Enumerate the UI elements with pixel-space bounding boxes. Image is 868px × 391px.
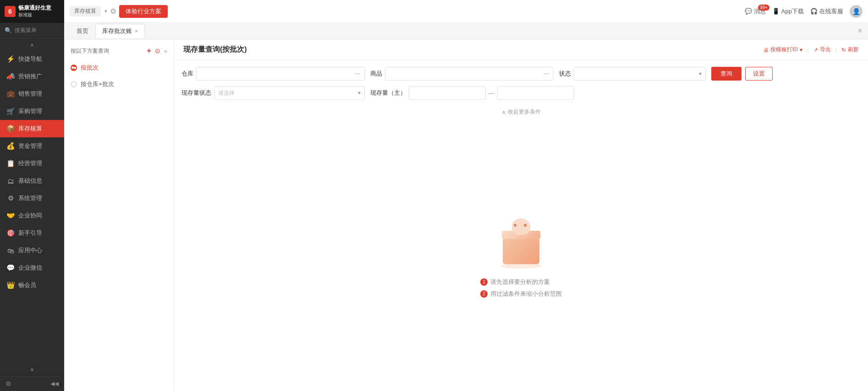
collapse-icon: ∧ xyxy=(502,109,506,115)
trial-btn[interactable]: 体验行业方案 xyxy=(119,5,168,18)
filter-option-batch[interactable]: 按批次 xyxy=(64,60,174,76)
page-title: 现存量查询(按批次) xyxy=(183,45,247,54)
message-group[interactable]: 💬 消息 99+ xyxy=(745,7,766,16)
stock-status-arrow: ▾ xyxy=(358,90,361,96)
warehouse-label: 仓库 xyxy=(181,70,193,78)
warehouse-field: 仓库 ··· xyxy=(181,67,365,81)
filter-option-warehouse-batch[interactable]: 按仓库+批次 xyxy=(64,76,174,92)
status-dropdown-arrow: ▾ xyxy=(699,71,702,77)
sidebar-item-label: 营销推广 xyxy=(18,72,42,81)
sidebar-search-label: 搜索菜单 xyxy=(15,27,37,34)
marketing-icon: 📣 xyxy=(6,72,15,81)
setting-btn[interactable]: 设置 xyxy=(745,67,773,81)
operations-icon: 📋 xyxy=(6,159,15,168)
close-icon: × xyxy=(857,26,863,36)
quick-nav-icon: ⚡ xyxy=(6,55,15,63)
active-tab-label: 库存批次账 xyxy=(102,27,132,35)
filter-collapse-icon[interactable]: « xyxy=(164,48,167,54)
filter-add-icon[interactable]: + xyxy=(147,47,151,55)
print-icon: 🖨 xyxy=(763,47,769,53)
sidebar-item-label: 快捷导航 xyxy=(18,55,42,63)
refresh-btn[interactable]: ↻ 刷新 xyxy=(841,46,859,54)
app-download-group[interactable]: 📱 App下载 xyxy=(772,7,804,16)
product-input[interactable]: ··· xyxy=(385,67,554,81)
collapse-more-btn[interactable]: ∧ 收起更多条件 xyxy=(181,105,861,119)
sidebar-item-wechat[interactable]: 💬 企业微信 xyxy=(0,259,64,277)
tip-text-2: 用过滤条件来缩小分析范围 xyxy=(490,290,562,298)
tab-close-icon[interactable]: × xyxy=(135,28,138,34)
warehouse-text-input[interactable] xyxy=(200,71,353,77)
sidebar-item-label: 系统管理 xyxy=(18,194,42,202)
sidebar-item-finance[interactable]: 💰 资金管理 xyxy=(0,137,64,155)
user-avatar[interactable]: 👤 xyxy=(850,5,863,18)
enterprise-icon: 🤝 xyxy=(6,212,15,220)
sidebar-search-row[interactable]: 🔍 搜索菜单 xyxy=(0,23,64,38)
sidebar-item-label: 基础信息 xyxy=(18,177,42,185)
sidebar-collapse-icon[interactable]: ◀◀ xyxy=(50,380,59,387)
topbar-gear-icon[interactable]: ⚙ xyxy=(110,7,116,16)
tab-home[interactable]: 首页 xyxy=(70,24,95,38)
sidebar-item-operations[interactable]: 📋 经营管理 xyxy=(0,155,64,172)
tabbar: 首页 库存批次账 × × xyxy=(64,23,868,39)
filter-sidebar: 按以下方案查询 + ⊙ « 按批次 按仓库+批次 xyxy=(64,39,174,391)
finance-icon: 💰 xyxy=(6,142,15,150)
print-btn[interactable]: 🖨 按模板打印 ▾ xyxy=(763,46,802,54)
breadcrumb-dropdown-arrow[interactable]: ▾ xyxy=(104,8,107,14)
sidebar-item-sales[interactable]: 💼 销售管理 xyxy=(0,85,64,103)
sidebar-settings-icon[interactable]: ⚙ xyxy=(5,380,11,387)
tab-inventory-batch[interactable]: 库存批次账 × xyxy=(95,24,145,38)
online-service-group[interactable]: 🎧 在线客服 xyxy=(810,7,843,16)
purchase-icon: 🛒 xyxy=(6,107,15,115)
app-title: 畅康通好生意 xyxy=(18,5,51,12)
tab-panel-close-btn[interactable]: × xyxy=(857,26,863,36)
online-service-label: 在线客服 xyxy=(819,7,843,16)
sidebar-item-quick-nav[interactable]: ⚡ 快捷导航 xyxy=(0,50,64,68)
app-download-label: App下载 xyxy=(781,7,804,16)
stock-qty-field: 现存量（主） — xyxy=(370,86,554,100)
filter-settings-icon[interactable]: ⊙ xyxy=(155,47,160,54)
filter-label-warehouse-batch: 按仓库+批次 xyxy=(81,80,114,88)
stock-qty-to[interactable] xyxy=(497,86,574,100)
sidebar-item-purchase[interactable]: 🛒 采购管理 xyxy=(0,103,64,120)
refresh-icon: ↻ xyxy=(841,47,846,53)
warehouse-input[interactable]: ··· xyxy=(196,67,365,81)
inventory-icon: 📦 xyxy=(6,125,15,133)
sidebar-scroll-down[interactable]: ▼ xyxy=(0,364,64,376)
filter-radio-warehouse-batch xyxy=(71,81,77,87)
empty-state: 1 请先选择要分析的方案 2 用过滤条件来缩小分析范围 xyxy=(174,125,868,391)
sidebar-item-label: 企业协同 xyxy=(18,212,42,220)
status-dropdown[interactable]: ▾ xyxy=(574,67,706,81)
query-btn[interactable]: 查询 xyxy=(711,67,742,81)
phone-icon: 📱 xyxy=(772,8,780,15)
stock-qty-from[interactable] xyxy=(409,86,486,100)
sidebar-item-inventory[interactable]: 📦 库存核算 xyxy=(0,120,64,137)
sidebar-item-label: 畅会员 xyxy=(18,281,36,289)
newbie-icon: 🎯 xyxy=(6,229,15,237)
action-divider-2: | xyxy=(835,46,837,53)
product-dots-icon[interactable]: ··· xyxy=(544,70,549,78)
print-dropdown-arrow[interactable]: ▾ xyxy=(800,47,802,53)
sidebar-scroll-up[interactable]: ▲ xyxy=(0,38,64,50)
vip-icon: 👑 xyxy=(6,281,15,289)
sidebar-item-newbie[interactable]: 🎯 新手引导 xyxy=(0,224,64,242)
sidebar-item-marketing[interactable]: 📣 营销推广 xyxy=(0,68,64,85)
topbar: 库存核算 ▾ ⚙ 体验行业方案 💬 消息 99+ 📱 App下载 🎧 在线客服 … xyxy=(64,0,868,23)
sidebar-item-basic[interactable]: 🗂 基础信息 xyxy=(0,172,64,190)
sidebar-item-vip[interactable]: 👑 畅会员 xyxy=(0,277,64,294)
sidebar-item-label: 采购管理 xyxy=(18,107,42,115)
warehouse-dots-icon[interactable]: ··· xyxy=(355,70,361,78)
product-text-input[interactable] xyxy=(389,71,542,77)
sidebar-item-enterprise[interactable]: 🤝 企业协同 xyxy=(0,207,64,224)
export-btn[interactable]: ↗ 导出 xyxy=(813,46,831,54)
stock-qty-label: 现存量（主） xyxy=(370,89,406,97)
sidebar: 6 畅康通好生意 标准版 🔍 搜索菜单 ▲ ⚡ 快捷导航 📣 营销推广 💼 销售… xyxy=(0,0,64,391)
page-actions: 🖨 按模板打印 ▾ | ↗ 导出 | ↻ 刷新 xyxy=(763,46,859,54)
product-label: 商品 xyxy=(370,70,382,78)
sidebar-item-system[interactable]: ⚙ 系统管理 xyxy=(0,190,64,207)
stock-status-dropdown[interactable]: 请选择 ▾ xyxy=(214,86,365,100)
action-divider-1: | xyxy=(807,46,808,53)
app-edition: 标准版 xyxy=(18,12,51,18)
sidebar-item-appstore[interactable]: 🛍 应用中心 xyxy=(0,242,64,259)
empty-tip-2: 2 用过滤条件来缩小分析范围 xyxy=(480,290,562,298)
stock-status-label: 现存量状态 xyxy=(181,89,211,97)
